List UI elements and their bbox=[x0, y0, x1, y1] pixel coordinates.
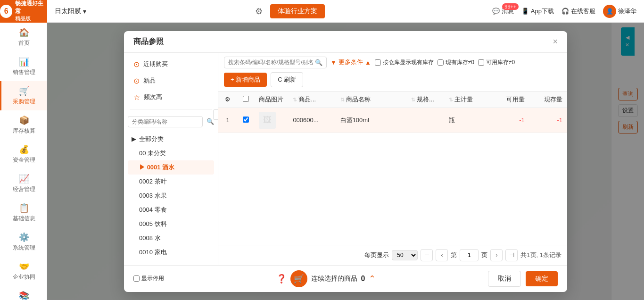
next-page-btn[interactable]: › bbox=[490, 249, 503, 261]
quick-nav: ⊙ 近期购买 ⊙ 新品 ☆ 频次高 bbox=[124, 57, 218, 105]
sidebar-label-system: 系统管理 bbox=[13, 244, 35, 252]
category-appliance[interactable]: 0010 家电 bbox=[128, 245, 214, 259]
modal-overlay: 商品参照 × ⊙ 近期购买 ⊙ 新 bbox=[47, 23, 644, 300]
last-page-btn[interactable]: ⊣ bbox=[505, 249, 518, 261]
app-download-btn[interactable]: 📱 App下载 bbox=[521, 7, 554, 16]
cart-collapse-btn[interactable]: ⌃ bbox=[369, 274, 376, 284]
app-sub: 精品版 bbox=[15, 15, 47, 22]
modal-toolbar: 🔍 ▼ 更多条件 ▲ 按仓库显示现有库存 bbox=[218, 53, 567, 92]
avail-not-zero-label: 可用库存≠0 bbox=[486, 58, 515, 67]
message-icon: 💬 bbox=[492, 8, 500, 15]
col-unit-header[interactable]: 主计量 bbox=[444, 92, 482, 108]
help-icon[interactable]: ❓ bbox=[276, 274, 287, 284]
nav-new-label: 新品 bbox=[143, 76, 156, 85]
sidebar-item-home[interactable]: 🏠 首页 bbox=[0, 23, 47, 52]
expand-icon: ▶ bbox=[132, 135, 136, 142]
table-row[interactable]: 1 🖼 bbox=[218, 108, 567, 133]
modal-body: ⊙ 近期购买 ⊙ 新品 ☆ 频次高 bbox=[124, 53, 567, 265]
sidebar-label-management: 经营管理 bbox=[13, 185, 35, 193]
category-all[interactable]: ▶ 全部分类 bbox=[128, 132, 214, 146]
collapse-panel-btn[interactable]: 《 bbox=[213, 109, 218, 120]
col-name-header[interactable]: 商品名称 bbox=[336, 92, 406, 108]
category-uncategorized-label: 00 未分类 bbox=[139, 150, 166, 157]
filter-by-warehouse-check[interactable]: 按仓库显示现有库存 bbox=[375, 58, 434, 67]
more-filter-btn[interactable]: ▼ 更多条件 ▲ bbox=[330, 58, 371, 67]
navbar-right: 💬 消息 99++ 📱 App下载 🎧 在线客服 👤 徐泽华 bbox=[492, 5, 636, 18]
online-service-label: 在线客服 bbox=[571, 7, 595, 16]
prev-page-btn[interactable]: ‹ bbox=[436, 249, 448, 261]
category-snack[interactable]: 0004 零食 bbox=[128, 203, 214, 217]
app-download-label: App下载 bbox=[531, 7, 554, 16]
sidebar-label-sales: 销售管理 bbox=[13, 68, 35, 76]
col-code-header[interactable]: 商品... bbox=[288, 92, 335, 108]
sidebar-label-purchase: 采购管理 bbox=[13, 98, 35, 106]
page-prefix-label: 第 bbox=[451, 251, 457, 259]
cancel-button[interactable]: 取消 bbox=[488, 271, 521, 287]
category-fruit-label: 0003 水果 bbox=[139, 192, 167, 199]
navbar-center: ⚙ 体验行业方案 bbox=[88, 4, 492, 18]
row-spec bbox=[406, 108, 444, 133]
product-search-input[interactable] bbox=[228, 59, 313, 66]
sidebar-item-base[interactable]: 📋 基础信息 bbox=[0, 198, 47, 227]
category-wine-arrow: ▶ bbox=[139, 164, 147, 171]
show-disabled-check[interactable]: 显示停用 bbox=[133, 275, 164, 283]
user-menu[interactable]: 👤 徐泽华 bbox=[603, 5, 636, 18]
sidebar-item-inventory[interactable]: 📦 库存核算 bbox=[0, 110, 47, 140]
per-page-select[interactable]: 50 100 200 bbox=[392, 250, 418, 260]
trial-button[interactable]: 体验行业方案 bbox=[270, 4, 325, 18]
product-modal: 商品参照 × ⊙ 近期购买 ⊙ 新 bbox=[124, 31, 567, 292]
show-disabled-label: 显示停用 bbox=[141, 275, 164, 283]
category-appliance-label: 0010 家电 bbox=[139, 249, 167, 256]
base-icon: 📋 bbox=[19, 203, 29, 213]
sidebar-item-collab[interactable]: 🤝 企业协同 bbox=[0, 257, 47, 286]
nav-freq[interactable]: ☆ 频次高 bbox=[128, 90, 214, 105]
image-placeholder-icon: 🖼 bbox=[263, 115, 272, 125]
settings-col-icon[interactable]: ⚙ bbox=[225, 96, 231, 103]
category-tea[interactable]: 0002 茶叶 bbox=[128, 175, 214, 189]
purchase-icon: 🛒 bbox=[19, 86, 29, 96]
category-search-input[interactable] bbox=[128, 116, 203, 127]
new-icon: ⊙ bbox=[133, 76, 140, 85]
per-page-label: 每页显示 bbox=[364, 251, 389, 259]
sidebar-item-system[interactable]: ⚙️ 系统管理 bbox=[0, 227, 47, 257]
message-btn[interactable]: 💬 消息 99++ bbox=[492, 7, 514, 16]
add-product-button[interactable]: + 新增商品 bbox=[224, 73, 267, 87]
username-label: 徐泽华 bbox=[618, 7, 636, 16]
avail-not-zero-check[interactable]: 可用库存≠0 bbox=[478, 58, 515, 67]
settings-icon[interactable]: ⚙ bbox=[255, 6, 263, 17]
store-selector[interactable]: 日太阳膜 ▾ bbox=[55, 7, 88, 16]
sales-icon: 📊 bbox=[19, 57, 29, 67]
cart-icon[interactable]: 🛒 bbox=[290, 270, 307, 287]
row-checkbox[interactable] bbox=[243, 117, 249, 123]
total-info: 共1页, 1条记录 bbox=[520, 251, 561, 259]
page-number-input[interactable] bbox=[460, 249, 479, 261]
home-icon: 🏠 bbox=[19, 27, 29, 38]
category-fruit[interactable]: 0003 水果 bbox=[128, 189, 214, 203]
online-service-btn[interactable]: 🎧 在线客服 bbox=[561, 7, 595, 16]
row-unit: 瓶 bbox=[444, 108, 482, 133]
first-page-btn[interactable]: ⊢ bbox=[421, 249, 433, 261]
confirm-button[interactable]: 确定 bbox=[526, 271, 558, 286]
modal-left-panel: ⊙ 近期购买 ⊙ 新品 ☆ 频次高 bbox=[124, 53, 218, 265]
sidebar-item-purchase[interactable]: 🛒 采购管理 bbox=[0, 81, 47, 110]
col-spec-header[interactable]: 规格... bbox=[406, 92, 444, 108]
category-drink[interactable]: 0005 饮料 bbox=[128, 217, 214, 231]
modal-footer: 显示停用 ❓ 🛒 连续选择的商品 0 ⌃ 取消 确定 bbox=[124, 265, 567, 292]
filter-by-warehouse-label: 按仓库显示现有库存 bbox=[383, 58, 434, 67]
category-uncategorized[interactable]: 00 未分类 bbox=[128, 146, 214, 160]
nav-new[interactable]: ⊙ 新品 bbox=[128, 73, 214, 89]
select-all-checkbox[interactable] bbox=[243, 96, 249, 102]
nav-recent[interactable]: ⊙ 近期购买 bbox=[128, 57, 214, 72]
sidebar-item-guide[interactable]: 📚 新手引导 bbox=[0, 286, 47, 300]
refresh-button[interactable]: C 刷新 bbox=[271, 72, 303, 87]
page-suffix-label: 页 bbox=[481, 251, 487, 259]
category-water[interactable]: 0008 水 bbox=[128, 231, 214, 245]
col-num-header: ⚙ bbox=[218, 92, 237, 108]
product-search-icon[interactable]: 🔍 bbox=[315, 59, 322, 66]
stock-not-zero-check[interactable]: 现有库存≠0 bbox=[438, 58, 474, 67]
modal-close-button[interactable]: × bbox=[553, 37, 558, 46]
category-wine[interactable]: ▶ 0001 酒水 bbox=[128, 160, 214, 175]
sidebar-item-management[interactable]: 📈 经营管理 bbox=[0, 169, 47, 198]
sidebar-item-sales[interactable]: 📊 销售管理 bbox=[0, 52, 47, 81]
sidebar-item-finance[interactable]: 💰 资金管理 bbox=[0, 140, 47, 169]
